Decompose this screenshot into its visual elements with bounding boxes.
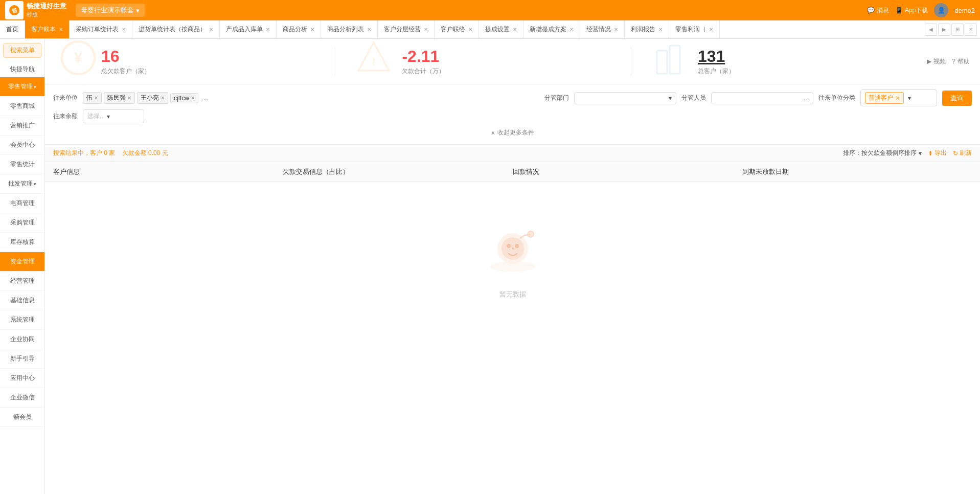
tab-customer-contact[interactable]: 客户联络 ✕	[435, 20, 479, 39]
sidebar-item-marketing[interactable]: 营销推广	[0, 116, 44, 136]
unit-label: 往来单位	[53, 94, 78, 102]
app-download-btn[interactable]: 📱 App下载	[895, 6, 928, 15]
person-label: 分管人员	[681, 94, 706, 102]
tab-product-inbound[interactable]: 产成品入库单 ✕	[220, 20, 277, 39]
sidebar-item-retail-mall[interactable]: 零售商城	[0, 97, 44, 116]
tab-purchase-order-stats[interactable]: 采购订单统计表 ✕	[70, 20, 132, 39]
sidebar-item-basic-info[interactable]: 基础信息	[0, 291, 44, 310]
tab-close-icon[interactable]: ✕	[122, 27, 126, 32]
collapse-icon: ∧	[491, 129, 495, 137]
tab-new-raise-plan[interactable]: 新增提成方案 ✕	[523, 20, 580, 39]
sidebar-item-enterprise-collab[interactable]: 企业协同	[0, 330, 44, 349]
tab-close-icon[interactable]: ✕	[513, 27, 517, 32]
chip-close-icon[interactable]: ✕	[895, 95, 900, 102]
query-button[interactable]: 查询	[942, 91, 972, 106]
tab-home[interactable]: 首页	[0, 20, 25, 39]
filter-row-2: 往来余额 选择... ▾	[53, 109, 972, 123]
sidebar-item-capital-mgmt[interactable]: 资金管理	[0, 252, 44, 272]
tab-close-icon[interactable]: ✕	[310, 27, 314, 32]
tab-raise-settings[interactable]: 提成设置 ✕	[479, 20, 523, 39]
sidebar-item-enterprise-wechat[interactable]: 企业微信	[0, 388, 44, 408]
stat-section-1: ¥ 16 总欠款客户（家）	[55, 47, 335, 76]
tab-retail-profit[interactable]: 零售利润（ ✕	[669, 20, 720, 39]
tab-product-analysis-list[interactable]: 商品分析列表 ✕	[321, 20, 378, 39]
sidebar-item-ecommerce-mgmt[interactable]: 电商管理	[0, 194, 44, 213]
app-container: 畅 畅捷通好生意 标版 母婴行业演示帐套 ▾ 💬 消息 📱 App下载	[0, 0, 980, 494]
tab-customer-account[interactable]: 客户账本 ✕	[25, 20, 70, 39]
tab-close-icon[interactable]: ✕	[424, 27, 428, 32]
tag-close-cjttcw[interactable]: ✕	[191, 95, 195, 101]
sidebar-item-retail-stats[interactable]: 零售统计	[0, 155, 44, 174]
top-bar-right: 💬 消息 📱 App下载 👤 demo2	[867, 3, 975, 17]
stats-header: ¥ 16 总欠款客户（家） !	[45, 39, 980, 84]
tab-close-icon[interactable]: ✕	[614, 27, 618, 32]
top-bar: 畅 畅捷通好生意 标版 母婴行业演示帐套 ▾ 💬 消息 📱 App下载	[0, 0, 980, 20]
tab-controls: ◀ ▶ ⊞ ✕	[922, 24, 980, 36]
tab-next-btn[interactable]: ▶	[938, 24, 950, 36]
tab-close-icon[interactable]: ✕	[709, 27, 713, 32]
chevron-icon: ▾	[34, 84, 36, 89]
tab-product-analysis[interactable]: 商品分析 ✕	[277, 20, 321, 39]
tag-close-wang[interactable]: ✕	[161, 95, 165, 101]
tab-close-icon[interactable]: ✕	[59, 27, 63, 32]
avatar[interactable]: 👤	[934, 3, 948, 17]
sidebar-item-retail-mgmt[interactable]: 零售管理 ▾	[0, 77, 44, 97]
tab-profit-report[interactable]: 利润报告 ✕	[625, 20, 669, 39]
stat3-value: 131	[698, 47, 735, 66]
sidebar-item-member-center[interactable]: 会员中心	[0, 136, 44, 155]
empty-text: 暂无数据	[499, 290, 526, 299]
company-selector[interactable]: 母婴行业演示帐套 ▾	[76, 4, 145, 17]
sidebar-item-member[interactable]: 畅会员	[0, 408, 44, 427]
sidebar-item-inventory[interactable]: 库存核算	[0, 233, 44, 252]
sidebar-item-operations-mgmt[interactable]: 经营管理	[0, 272, 44, 291]
main-layout: 搜索菜单 快捷导航 零售管理 ▾ 零售商城 营销推广 会员中心 零售统计 批发管…	[0, 39, 980, 494]
tab-close-icon[interactable]: ✕	[209, 27, 213, 32]
sidebar-quick-nav[interactable]: 快捷导航	[0, 62, 44, 77]
tab-prev-btn[interactable]: ◀	[925, 24, 937, 36]
collapse-row: ∧ 收起更多条件	[53, 126, 972, 139]
person-select[interactable]: ...	[711, 92, 813, 104]
collapse-btn[interactable]: ∧ 收起更多条件	[491, 128, 534, 137]
table-header: 客户信息 欠款交易信息（占比） 回款情况 到期未放款日期	[45, 162, 980, 182]
filter-tag-more[interactable]: ...	[200, 94, 212, 103]
tab-close-icon[interactable]: ✕	[569, 27, 574, 32]
dept-select[interactable]: ▾	[574, 92, 676, 104]
sidebar-item-wholesale-mgmt[interactable]: 批发管理 ▾	[0, 174, 44, 194]
video-btn[interactable]: ▶ 视频	[927, 57, 946, 66]
sidebar-item-new-guide[interactable]: 新手引导	[0, 349, 44, 369]
svg-text:畅: 畅	[12, 8, 17, 13]
tab-expand-btn[interactable]: ⊞	[951, 24, 964, 36]
stat-section-3: 131 总客户（家）	[631, 47, 927, 76]
help-btn[interactable]: ? 帮助	[952, 57, 970, 66]
stat-icon-2: !	[356, 40, 392, 83]
unit-category-select[interactable]: 普通客户 ✕ ▾	[860, 89, 937, 106]
balance-select[interactable]: 选择... ▾	[83, 109, 144, 123]
export-btn[interactable]: ⬆ 导出	[928, 149, 947, 158]
message-btn[interactable]: 💬 消息	[867, 6, 889, 15]
sidebar-item-system-mgmt[interactable]: 系统管理	[0, 310, 44, 330]
sort-select[interactable]: 排序：按欠款金额倒序排序 ▾	[843, 149, 922, 158]
sidebar-item-purchase-mgmt[interactable]: 采购管理	[0, 213, 44, 233]
tag-close-chen[interactable]: ✕	[127, 95, 131, 101]
col-overdue-date: 到期未放款日期	[742, 167, 972, 176]
sidebar-item-app-center[interactable]: 应用中心	[0, 369, 44, 388]
export-icon: ⬆	[928, 150, 933, 157]
unit-category-label: 往来单位分类	[818, 94, 855, 102]
tab-operations[interactable]: 经营情况 ✕	[580, 20, 625, 39]
tab-close-icon[interactable]: ✕	[266, 27, 270, 32]
tab-purchase-stats[interactable]: 进货单统计表（按商品） ✕	[132, 20, 220, 39]
tab-close-icon[interactable]: ✕	[658, 27, 663, 32]
svg-rect-6	[657, 51, 667, 74]
tab-close-icon[interactable]: ✕	[468, 27, 472, 32]
refresh-btn[interactable]: ↻ 刷新	[953, 149, 972, 158]
tag-close-wu[interactable]: ✕	[94, 95, 98, 101]
stats-actions: ▶ 视频 ? 帮助	[927, 57, 970, 66]
sidebar-search-btn[interactable]: 搜索菜单	[3, 43, 41, 58]
col-debt-info: 欠款交易信息（占比）	[283, 167, 512, 176]
table-area: 客户信息 欠款交易信息（占比） 回款情况 到期未放款日期	[45, 162, 980, 494]
stat-icon-3	[652, 43, 688, 80]
tab-close-icon[interactable]: ✕	[367, 27, 371, 32]
tab-close-all-btn[interactable]: ✕	[965, 24, 977, 36]
balance-label: 往来余额	[53, 112, 78, 121]
tab-customer-tier[interactable]: 客户分层经营 ✕	[378, 20, 435, 39]
